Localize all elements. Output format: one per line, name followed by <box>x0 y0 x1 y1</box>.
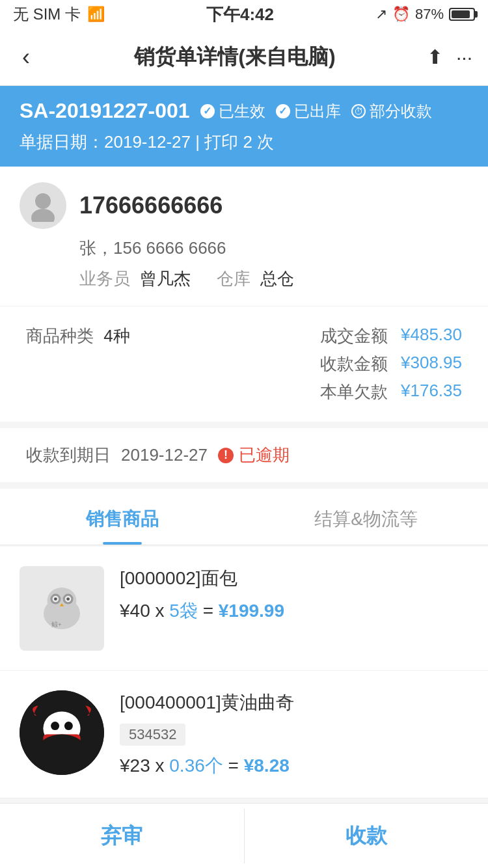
product-total-1: ¥199.99 <box>219 601 284 621</box>
ninja-icon <box>20 690 104 775</box>
header-band-top: SA-20191227-001 ✓ 已生效 ✓ 已出库 ⏱ 部分收款 <box>20 99 468 123</box>
stats-section: 商品种类 4种 成交金额 ¥485.30 收款金额 ¥308.95 本单欠款 ¥… <box>0 306 488 428</box>
due-date-value: 2019-12-27 <box>121 445 208 465</box>
customer-contact: 张，156 6666 6666 <box>20 237 468 260</box>
product-info-1: [0000002]面包 ¥40 x 5袋 = ¥199.99 <box>120 566 468 623</box>
customer-section: 17666666666 张，156 6666 6666 业务员 曾凡杰 仓库 总… <box>0 167 488 306</box>
product-price-2: ¥23 x 0.36个 = ¥8.28 <box>120 753 468 778</box>
overdue-text: 已逾期 <box>239 444 290 467</box>
svg-text:鲸+: 鲸+ <box>51 621 62 628</box>
svg-point-8 <box>54 597 57 601</box>
back-button[interactable]: ‹ <box>16 37 36 77</box>
wifi-icon: 📶 <box>87 6 105 23</box>
carrier-text: 无 SIM 卡 <box>13 4 81 25</box>
amount-value: ¥485.30 <box>401 325 462 347</box>
order-number: SA-20191227-001 <box>20 99 190 123</box>
product-tag-2: 534532 <box>120 724 185 746</box>
product-qty-1: 5袋 <box>169 601 198 621</box>
status-shipped: ✓ 已出库 <box>276 101 341 122</box>
due-date-label: 收款到期日 <box>26 444 111 467</box>
status-partial: ⏱ 部分收款 <box>351 101 432 122</box>
stats-row: 商品种类 4种 成交金额 ¥485.30 收款金额 ¥308.95 本单欠款 ¥… <box>26 325 462 403</box>
salesperson-value: 曾凡杰 <box>140 269 191 288</box>
status-effective: ✓ 已生效 <box>200 101 265 122</box>
clock-icon: ⏱ <box>351 104 366 118</box>
product-info-2: [000400001]黄油曲奇 534532 ¥23 x 0.36个 = ¥8.… <box>120 690 468 778</box>
svg-point-17 <box>64 722 73 730</box>
product-thumb-2 <box>20 690 104 775</box>
share-icon[interactable]: ⬆ <box>427 46 443 68</box>
products-section: 鲸+ [0000002]面包 ¥40 x 5袋 = ¥199.99 <box>0 547 488 798</box>
product-item-1: 鲸+ [0000002]面包 ¥40 x 5袋 = ¥199.99 <box>0 547 488 671</box>
svg-point-1 <box>31 209 55 222</box>
product-total-2: ¥8.28 <box>244 755 290 776</box>
svg-point-16 <box>51 722 59 730</box>
more-icon[interactable]: ··· <box>456 46 472 68</box>
product-name-2: [000400001]黄油曲奇 <box>120 690 468 715</box>
location-icon: ↗ <box>375 6 387 23</box>
amount-row: 成交金额 ¥485.30 <box>320 325 462 347</box>
collect-payment-button[interactable]: 收款 <box>245 809 489 863</box>
status-bar: 无 SIM 卡 📶 下午4:42 ↗ ⏰ 87% <box>0 0 488 29</box>
tab-products[interactable]: 销售商品 <box>0 489 244 545</box>
bottom-bar: 弃审 收款 <box>0 803 488 868</box>
check-icon-2: ✓ <box>276 104 290 118</box>
stats-left: 商品种类 4种 <box>26 325 130 347</box>
tabs-section: 销售商品 结算&物流等 <box>0 489 488 545</box>
stats-right: 成交金额 ¥485.30 收款金额 ¥308.95 本单欠款 ¥176.35 <box>320 325 462 403</box>
warehouse-label: 仓库 总仓 <box>217 267 294 290</box>
status-left: 无 SIM 卡 📶 <box>13 4 105 25</box>
abandon-review-button[interactable]: 弃审 <box>0 809 245 863</box>
overdue-badge: ! 已逾期 <box>218 444 290 467</box>
avatar <box>20 182 66 229</box>
received-value: ¥308.95 <box>401 353 462 375</box>
header-date: 单据日期：2019-12-27 | 打印 2 次 <box>20 131 468 154</box>
avatar-icon <box>27 189 59 222</box>
header-band: SA-20191227-001 ✓ 已生效 ✓ 已出库 ⏱ 部分收款 单据日期：… <box>0 86 488 167</box>
debt-value: ¥176.35 <box>401 381 462 403</box>
svg-point-15 <box>38 735 86 765</box>
product-price-1: ¥40 x 5袋 = ¥199.99 <box>120 599 468 623</box>
nav-actions: ⬆ ··· <box>427 46 472 68</box>
page-title: 销货单详情(来自电脑) <box>43 43 427 72</box>
customer-phone: 17666666666 <box>79 192 223 219</box>
svg-point-0 <box>35 193 51 209</box>
due-section: 收款到期日 2019-12-27 ! 已逾期 <box>0 428 488 489</box>
status-time: 下午4:42 <box>206 3 274 26</box>
debt-row: 本单欠款 ¥176.35 <box>320 381 462 403</box>
owl-icon: 鲸+ <box>36 582 88 634</box>
product-item-2: [000400001]黄油曲奇 534532 ¥23 x 0.36个 = ¥8.… <box>0 671 488 798</box>
check-icon-1: ✓ <box>200 104 215 118</box>
battery-percent: 87% <box>415 6 444 23</box>
product-name-1: [0000002]面包 <box>120 566 468 591</box>
tab-settlement[interactable]: 结算&物流等 <box>244 489 488 545</box>
category-item: 商品种类 4种 <box>26 325 130 347</box>
category-count: 4种 <box>103 326 129 346</box>
received-row: 收款金额 ¥308.95 <box>320 353 462 375</box>
product-thumb-1: 鲸+ <box>20 566 104 651</box>
alarm-icon: ⏰ <box>392 6 410 23</box>
battery-icon <box>449 8 475 21</box>
customer-top: 17666666666 <box>20 182 468 229</box>
overdue-icon: ! <box>218 448 234 463</box>
customer-meta: 业务员 曾凡杰 仓库 总仓 <box>20 267 468 290</box>
salesperson-label: 业务员 曾凡杰 <box>79 267 191 290</box>
warehouse-value: 总仓 <box>260 269 294 288</box>
status-right: ↗ ⏰ 87% <box>375 6 475 23</box>
svg-point-9 <box>66 597 70 601</box>
product-qty-2: 0.36个 <box>169 755 223 776</box>
nav-bar: ‹ 销货单详情(来自电脑) ⬆ ··· <box>0 29 488 86</box>
